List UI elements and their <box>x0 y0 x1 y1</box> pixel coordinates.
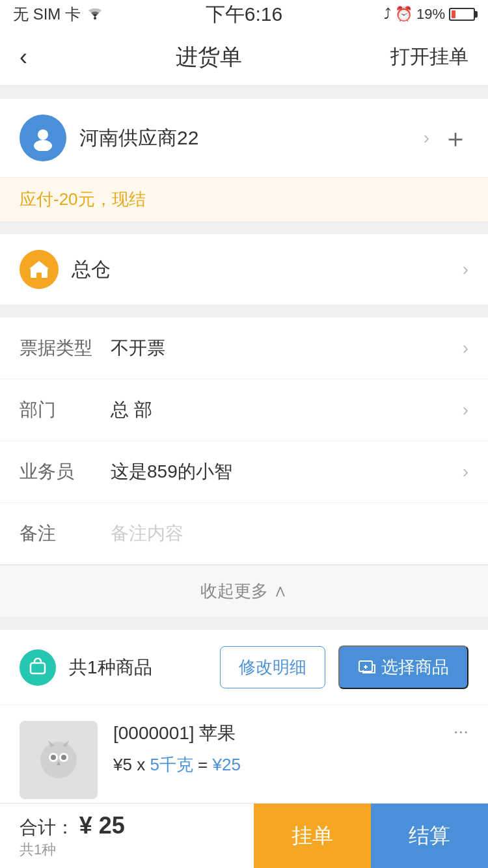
page-title: 进货单 <box>176 42 242 72</box>
product-thumbnail <box>20 721 98 799</box>
total-count: 共1种 <box>20 840 234 860</box>
invoice-value: 不开票 <box>111 336 463 360</box>
supplier-card: 河南供应商22 › ＋ 应付-20元，现结 <box>0 99 488 221</box>
notice-text: 应付-20元，现结 <box>20 189 146 209</box>
invoice-label: 票据类型 <box>20 336 111 360</box>
salesperson-chevron-icon: › <box>463 461 468 482</box>
add-supplier-button[interactable]: ＋ <box>442 120 468 156</box>
nav-bar: ‹ 进货单 打开挂单 <box>0 29 488 86</box>
supplier-chevron-icon: › <box>424 128 429 148</box>
salesperson-value: 这是859的小智 <box>111 459 463 484</box>
remark-placeholder: 备注内容 <box>111 521 468 546</box>
warehouse-chevron-icon: › <box>463 259 468 280</box>
salesperson-label: 业务员 <box>20 459 111 484</box>
department-chevron-icon: › <box>463 400 468 420</box>
battery-percent: 19% <box>416 6 445 23</box>
supplier-avatar <box>20 115 66 161</box>
svg-point-18 <box>48 765 69 778</box>
multiply-sign: x <box>137 755 150 774</box>
warehouse-card[interactable]: 总仓 › <box>0 234 488 305</box>
unit-price: ¥5 <box>113 755 132 774</box>
invoice-chevron-icon: › <box>463 338 468 359</box>
product-name: [0000001] 苹果 <box>113 721 438 746</box>
svg-point-1 <box>38 129 48 140</box>
product-count-icon <box>20 649 56 686</box>
product-count-text: 共1种商品 <box>69 655 207 680</box>
gap-1 <box>0 86 488 99</box>
form-row-salesperson[interactable]: 业务员 这是859的小智 › <box>0 441 488 503</box>
svg-point-13 <box>51 755 56 760</box>
product-card: 共1种商品 修改明细 选择商品 <box>0 630 488 815</box>
location-icon: ⤴ <box>384 6 391 23</box>
notice-bar: 应付-20元，现结 <box>0 178 488 221</box>
supplier-row[interactable]: 河南供应商22 › ＋ <box>0 99 488 178</box>
status-time: 下午6:16 <box>206 1 282 28</box>
suspend-button[interactable]: 挂单 <box>254 804 371 868</box>
svg-rect-5 <box>36 273 42 278</box>
select-product-button[interactable]: 选择商品 <box>338 645 468 689</box>
product-header: 共1种商品 修改明细 选择商品 <box>0 630 488 705</box>
select-product-label: 选择商品 <box>381 656 449 679</box>
product-price: ¥5 x 5千克 = ¥25 <box>113 753 438 776</box>
gap-2 <box>0 221 488 234</box>
form-row-remark[interactable]: 备注 备注内容 <box>0 503 488 565</box>
svg-point-2 <box>34 140 52 151</box>
status-right: ⤴ ⏰ 19% <box>384 6 475 23</box>
gap-4 <box>0 617 488 630</box>
svg-point-14 <box>61 755 66 760</box>
checkout-button[interactable]: 结算 <box>371 804 488 868</box>
warehouse-name: 总仓 <box>72 256 463 283</box>
edit-detail-button[interactable]: 修改明细 <box>220 646 325 688</box>
carrier-text: 无 SIM 卡 <box>13 4 81 25</box>
total-label: 合计： <box>20 817 74 837</box>
total-row: 合计： ¥ 25 <box>20 812 234 840</box>
back-button[interactable]: ‹ <box>20 44 27 71</box>
status-left: 无 SIM 卡 <box>13 4 104 25</box>
open-pending-button[interactable]: 打开挂单 <box>390 44 468 70</box>
total-amount: ¥ 25 <box>79 812 125 839</box>
product-info: [0000001] 苹果 ¥5 x 5千克 = ¥25 <box>113 721 438 776</box>
gap-3 <box>0 305 488 318</box>
bottom-bar: 合计： ¥ 25 共1种 挂单 结算 <box>0 803 488 868</box>
department-value: 总 部 <box>111 398 463 422</box>
product-qty: 5千克 <box>150 755 193 774</box>
warehouse-icon <box>20 250 59 289</box>
supplier-name: 河南供应商22 <box>79 125 424 152</box>
form-row-department[interactable]: 部门 总 部 › <box>0 379 488 441</box>
equals-sign: = <box>198 755 212 774</box>
product-more-button[interactable]: ··· <box>454 721 468 742</box>
warehouse-row[interactable]: 总仓 › <box>0 234 488 305</box>
wifi-icon <box>86 5 104 23</box>
svg-marker-4 <box>29 261 49 269</box>
product-item: [0000001] 苹果 ¥5 x 5千克 = ¥25 ··· <box>0 705 488 815</box>
svg-rect-6 <box>31 663 45 673</box>
battery-icon <box>449 8 475 21</box>
collapse-label: 收起更多 ∧ <box>200 581 287 601</box>
form-row-invoice[interactable]: 票据类型 不开票 › <box>0 318 488 379</box>
remark-label: 备注 <box>20 521 111 546</box>
alarm-icon: ⏰ <box>395 6 413 23</box>
form-card: 票据类型 不开票 › 部门 总 部 › 业务员 这是859的小智 › 备注 备注… <box>0 318 488 617</box>
collapse-button[interactable]: 收起更多 ∧ <box>0 565 488 617</box>
department-label: 部门 <box>20 398 111 422</box>
product-total: ¥25 <box>213 755 241 774</box>
svg-point-0 <box>94 17 96 20</box>
total-section: 合计： ¥ 25 共1种 <box>0 812 254 860</box>
status-bar: 无 SIM 卡 下午6:16 ⤴ ⏰ 19% <box>0 0 488 29</box>
